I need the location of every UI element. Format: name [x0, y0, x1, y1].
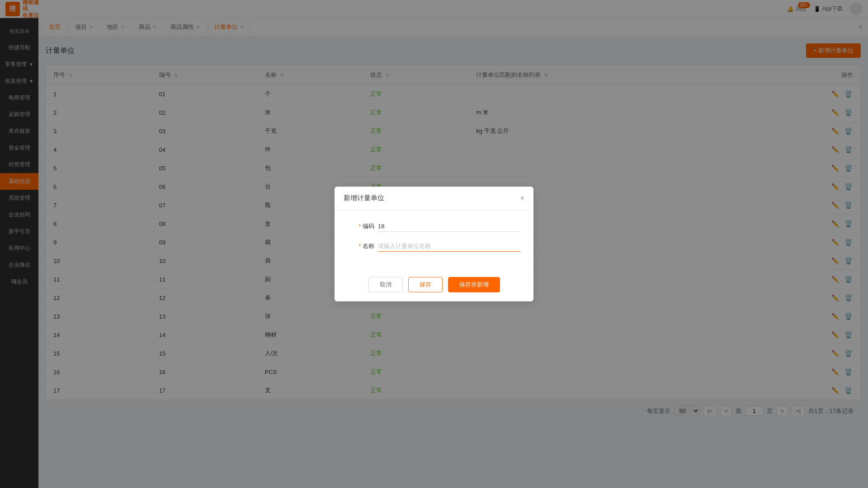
name-label: * 名称 — [347, 242, 374, 250]
required-mark: * — [359, 243, 361, 249]
modal-footer: 取消 保存 保存并新增 — [335, 272, 533, 301]
cancel-button[interactable]: 取消 — [368, 277, 403, 292]
code-label: * 编码 — [347, 222, 374, 230]
form-row-name: * 名称 — [347, 241, 521, 252]
code-label-text: 编码 — [363, 223, 374, 230]
modal-body: * 编码 * 名称 — [335, 210, 533, 272]
required-mark: * — [359, 223, 361, 230]
add-unit-modal: 新增计量单位 × * 编码 * 名称 取消 保存 保存并新增 — [335, 187, 533, 301]
name-label-text: 名称 — [363, 243, 374, 249]
modal-overlay[interactable]: 新增计量单位 × * 编码 * 名称 取消 保存 保存并新增 — [0, 0, 868, 488]
save-button[interactable]: 保存 — [408, 277, 443, 292]
modal-close-button[interactable]: × — [520, 195, 524, 202]
modal-header: 新增计量单位 × — [335, 187, 533, 210]
modal-title: 新增计量单位 — [344, 194, 384, 202]
form-row-code: * 编码 — [347, 221, 521, 232]
name-input[interactable] — [378, 241, 521, 252]
save-and-add-button[interactable]: 保存并新增 — [448, 277, 500, 292]
code-input[interactable] — [378, 221, 521, 232]
